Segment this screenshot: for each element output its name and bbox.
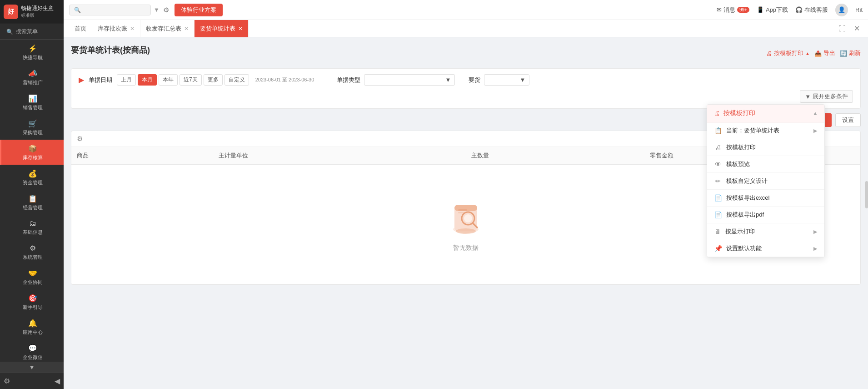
expand-icon: ▼ xyxy=(805,93,811,100)
display-print-arrow: ▶ xyxy=(813,229,817,235)
dropdown-display-print[interactable]: 🖥 按显示打印 ▶ xyxy=(707,223,824,240)
dropdown-collapse-icon: ▲ xyxy=(813,110,818,116)
sidebar-item-sales[interactable]: 📊 销售管理 xyxy=(0,90,64,115)
tab-order-stats-label: 要货单统计表 xyxy=(200,25,235,33)
tab-receipt-summary-label: 收发存汇总表 xyxy=(146,25,181,33)
topbar-gear-icon[interactable]: ⚙ xyxy=(163,6,169,14)
sidebar-item-system[interactable]: ⚙ 系统管理 xyxy=(0,239,64,264)
search-menu[interactable]: 🔍 搜索菜单 xyxy=(0,24,64,40)
dropdown-default-func[interactable]: 📌 设置默认功能 ▶ xyxy=(707,240,824,257)
print-template-btn[interactable]: 🖨 按模板打印 ▲ xyxy=(766,49,810,57)
order-category-select[interactable]: ▼ xyxy=(484,74,529,86)
print-dropdown-menu: 🖨 按模板打印 ▲ 📋 当前：要货单统计表 ▶ 🖨 按模板打印 👁 模板预览 xyxy=(707,104,825,258)
current-template-icon: 📋 xyxy=(714,127,722,134)
display-print-row: 按显示打印 ▶ xyxy=(725,227,817,236)
order-type-label: 单据类型 xyxy=(337,76,360,84)
settings-button[interactable]: 设置 xyxy=(835,113,861,127)
user-avatar[interactable]: 👤 xyxy=(835,4,848,16)
message-label: 消息 xyxy=(723,6,735,14)
export-btn[interactable]: 📤 导出 xyxy=(814,49,835,57)
tab-order-stats-close[interactable]: ✕ xyxy=(238,25,243,32)
dropdown-template-excel[interactable]: 📄 按模板导出excel xyxy=(707,190,824,207)
date-btn-more[interactable]: 更多 xyxy=(204,74,223,86)
dropdown-template-print[interactable]: 🖨 按模板打印 xyxy=(707,139,824,156)
message-action[interactable]: ✉ 消息 99+ xyxy=(717,6,749,14)
current-template-label: 当前：要货单统计表 xyxy=(726,126,779,135)
empty-text: 暂无数据 xyxy=(453,244,479,252)
template-pdf-label: 按模板导出pdf xyxy=(726,211,764,219)
order-category-chevron-icon: ▼ xyxy=(519,76,525,83)
sidebar-item-wechat[interactable]: 💬 企业微信 xyxy=(0,339,64,362)
topbar-search-icon: 🔍 xyxy=(74,7,81,13)
default-func-icon: 📌 xyxy=(714,245,722,252)
dropdown-current-template[interactable]: 📋 当前：要货单统计表 ▶ xyxy=(707,122,824,139)
date-btn-this-year[interactable]: 本年 xyxy=(159,74,178,86)
sidebar-item-basic[interactable]: 🗂 基础信息 xyxy=(0,215,64,239)
table-settings-icon[interactable]: ⚙ xyxy=(77,135,83,143)
sidebar-item-inventory[interactable]: 📦 库存核算 xyxy=(0,140,64,165)
sidebar-collapse-icon[interactable]: ◀ xyxy=(55,377,60,385)
sidebar-scroll-down[interactable]: ▼ xyxy=(0,362,64,373)
tab-inventory-batch-close[interactable]: ✕ xyxy=(130,25,135,32)
sidebar-item-enterprise[interactable]: 🤝 企业协同 xyxy=(0,264,64,289)
order-type-select[interactable]: ▼ xyxy=(364,74,455,86)
tab-receipt-summary[interactable]: 收发存汇总表 ✕ xyxy=(140,20,195,37)
expand-more-btn[interactable]: ▼ 展开更多条件 xyxy=(800,90,853,103)
wechat-icon: 💬 xyxy=(28,344,37,353)
print-template-label: 按模板打印 xyxy=(774,49,803,57)
topbar-dropdown-arrow[interactable]: ▼ xyxy=(154,6,160,13)
app-edition: 标准版 xyxy=(21,12,54,19)
trial-button[interactable]: 体验行业方案 xyxy=(175,4,223,16)
dropdown-template-pdf[interactable]: 📄 按模板导出pdf xyxy=(707,207,824,223)
app-download-action[interactable]: 📱 App下载 xyxy=(757,6,788,14)
username-label: Rit xyxy=(855,6,863,13)
sidebar-item-finance[interactable]: 💰 资金管理 xyxy=(0,165,64,190)
date-btn-7days[interactable]: 近7天 xyxy=(180,74,202,86)
tab-order-stats[interactable]: 要货单统计表 ✕ xyxy=(195,20,249,37)
dropdown-template-custom[interactable]: ✏ 模板自定义设计 xyxy=(707,173,824,190)
refresh-btn[interactable]: 🔄 刷新 xyxy=(840,49,861,57)
headset-icon: 🎧 xyxy=(795,6,803,13)
marketing-icon: 📣 xyxy=(28,69,37,78)
operation-icon: 📋 xyxy=(28,194,37,203)
svg-rect-8 xyxy=(458,212,464,213)
sidebar-item-label: 快捷导航 xyxy=(23,54,43,61)
svg-rect-7 xyxy=(458,209,467,211)
tab-home[interactable]: 首页 xyxy=(69,20,92,37)
dropdown-template-preview[interactable]: 👁 模板预览 xyxy=(707,156,824,173)
order-type-chevron-icon: ▼ xyxy=(445,76,451,83)
topbar: 🔍 ▼ ⚙ 体验行业方案 ✉ 消息 99+ 📱 App下载 🎧 在线客服 👤 R… xyxy=(64,0,868,20)
sidebar-item-label: 经营管理 xyxy=(23,204,43,211)
date-filter-label: 单据日期 xyxy=(89,76,112,84)
main-area: 🔍 ▼ ⚙ 体验行业方案 ✉ 消息 99+ 📱 App下载 🎧 在线客服 👤 R… xyxy=(64,0,868,389)
tabs-maximize-btn[interactable]: ⛶ xyxy=(836,24,848,34)
sidebar-item-operation[interactable]: 📋 经营管理 xyxy=(0,190,64,215)
inventory-icon: 📦 xyxy=(28,144,37,153)
tab-inventory-batch[interactable]: 库存批次账 ✕ xyxy=(92,20,140,37)
settings-icon[interactable]: ⚙ xyxy=(4,377,10,385)
date-btn-last-month[interactable]: 上月 xyxy=(117,74,136,86)
sidebar-item-marketing[interactable]: 📣 营销推广 xyxy=(0,65,64,90)
topbar-search-box[interactable]: 🔍 xyxy=(69,5,151,15)
date-btn-custom[interactable]: 自定义 xyxy=(224,74,249,86)
topbar-search-input[interactable] xyxy=(81,7,135,13)
template-excel-label: 按模板导出excel xyxy=(726,194,769,202)
quick-nav-icon: ⚡ xyxy=(28,44,37,53)
sidebar-item-quick-nav[interactable]: ⚡ 快捷导航 xyxy=(0,40,64,65)
sidebar-item-appstore[interactable]: 🔔 应用中心 xyxy=(0,314,64,339)
date-buttons: 上月 本月 本年 近7天 更多 自定义 xyxy=(117,74,249,86)
tab-receipt-summary-close[interactable]: ✕ xyxy=(184,25,189,32)
empty-icon xyxy=(445,197,486,237)
online-service-label: 在线客服 xyxy=(804,6,828,14)
sidebar-item-purchase[interactable]: 🛒 采购管理 xyxy=(0,115,64,140)
sidebar-nav: ⚡ 快捷导航 📣 营销推广 📊 销售管理 🛒 采购管理 📦 库存核算 💰 资金管… xyxy=(0,40,64,362)
online-service-action[interactable]: 🎧 在线客服 xyxy=(795,6,828,14)
sidebar-item-guide[interactable]: 🎯 新手引导 xyxy=(0,289,64,314)
sidebar-item-label: 采购管理 xyxy=(23,129,43,136)
date-btn-this-month[interactable]: 本月 xyxy=(138,74,157,86)
filter-expand-arrow[interactable]: ▶ xyxy=(79,76,84,84)
template-custom-icon: ✏ xyxy=(714,177,722,185)
template-pdf-icon: 📄 xyxy=(714,211,722,218)
tabs-close-btn[interactable]: ✕ xyxy=(851,23,863,34)
dropdown-header[interactable]: 🖨 按模板打印 ▲ xyxy=(707,105,824,122)
